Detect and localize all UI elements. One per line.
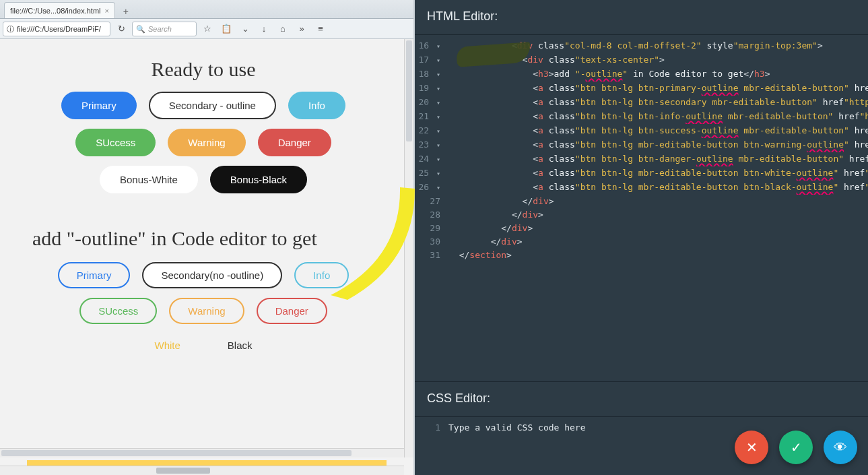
line-number: 28	[415, 208, 446, 222]
code-line[interactable]: 31 </section>	[415, 249, 868, 262]
info-outline-button[interactable]: Info	[294, 262, 349, 288]
horizontal-scrollbar-inner[interactable]	[0, 448, 404, 457]
html-code-editor[interactable]: 16 ▾ <div class"col-md-8 col-md-offset-2…	[415, 35, 868, 381]
code-line[interactable]: 28 </div>	[415, 208, 868, 222]
line-number: 20 ▾	[415, 96, 446, 110]
line-number: 16 ▾	[415, 39, 446, 53]
home-icon[interactable]: ⌂	[275, 21, 291, 37]
browser-tab[interactable]: file:///C:/Use...08/index.html ×	[4, 2, 115, 18]
code-line[interactable]: 29 </div>	[415, 222, 868, 235]
code-text: </div>	[446, 208, 868, 222]
url-text: file:///C:/Users/DreamPiF/	[17, 22, 101, 36]
heading-outline: add "-outline" in Code editor to get	[20, 227, 387, 250]
code-text: <a class"btn btn-lg btn-primary-outline …	[446, 82, 868, 96]
code-text: <a class"btn btn-lg btn-info-outline mbr…	[446, 110, 868, 124]
clipboard-icon[interactable]: 📋	[218, 21, 234, 37]
code-line[interactable]: 17 ▾ <div class"text-xs-center">	[415, 53, 868, 67]
accept-button[interactable]: ✓	[779, 431, 813, 464]
code-line[interactable]: 19 ▾ <a class"btn btn-lg btn-primary-out…	[415, 82, 868, 96]
page-preview: Ready to use Primary Secondary - outline…	[0, 39, 413, 475]
secondary-button[interactable]: Secondary - outline	[149, 92, 276, 119]
url-bar[interactable]: ⓘ file:///C:/Users/DreamPiF/	[3, 22, 110, 36]
code-line[interactable]: 30 </div>	[415, 235, 868, 249]
info-button[interactable]: Info	[288, 92, 345, 119]
primary-outline-button[interactable]: Primary	[58, 262, 131, 288]
line-number: 30	[415, 235, 446, 249]
success-button[interactable]: SUccess	[75, 129, 156, 156]
line-number: 31	[415, 249, 446, 262]
tab-strip: file:///C:/Use...08/index.html × +	[0, 0, 413, 19]
code-line[interactable]: 18 ▾ <h3>add "-outline" in Code editor t…	[415, 67, 868, 82]
code-line[interactable]: 20 ▾ <a class"btn btn-lg btn-secondary m…	[415, 96, 868, 110]
preview-button[interactable]: 👁	[824, 431, 857, 464]
line-number: 25 ▾	[415, 166, 446, 181]
danger-outline-button[interactable]: Danger	[257, 298, 327, 324]
code-text: </div>	[446, 222, 868, 235]
decorative-stripe	[27, 460, 387, 466]
editor-actions: ✕ ✓ 👁	[735, 431, 857, 464]
success-outline-button[interactable]: SUccess	[79, 298, 157, 324]
bonus-black-button[interactable]: Bonus-Black	[210, 166, 307, 193]
search-icon: 🔍	[136, 22, 145, 36]
browser-window: file:///C:/Use...08/index.html × + ⓘ fil…	[0, 0, 415, 475]
more-icon[interactable]: »	[294, 21, 310, 37]
css-line-number: 1	[415, 421, 446, 435]
pocket-icon[interactable]: ⌄	[237, 21, 253, 37]
black-outline-button[interactable]: Black	[210, 334, 270, 357]
heading-ready: Ready to use	[20, 58, 387, 81]
code-text: <h3>add "-outline" in Code editor to get…	[446, 67, 868, 82]
editor-panel: HTML Editor: 16 ▾ <div class"col-md-8 co…	[415, 0, 868, 475]
danger-button[interactable]: Danger	[258, 129, 331, 156]
code-line[interactable]: 26 ▾ <a class"btn btn-lg mbr-editable-bu…	[415, 181, 868, 195]
search-placeholder: Search	[148, 22, 172, 36]
button-row-2: SUccess Warning Danger	[20, 129, 387, 156]
browser-toolbar: ⓘ file:///C:/Users/DreamPiF/ ↻ 🔍 Search …	[0, 19, 413, 39]
search-input[interactable]: 🔍 Search	[132, 22, 197, 36]
line-number: 21 ▾	[415, 110, 446, 124]
close-icon[interactable]: ×	[105, 7, 109, 15]
code-line[interactable]: 23 ▾ <a class"btn btn-lg mbr-editable-bu…	[415, 138, 868, 152]
download-icon[interactable]: ↓	[256, 21, 272, 37]
code-line[interactable]: 24 ▾ <a class"btn btn-lg btn-danger-outl…	[415, 152, 868, 166]
cancel-button[interactable]: ✕	[735, 431, 768, 464]
menu-icon[interactable]: ≡	[312, 21, 329, 37]
outline-row-1: Primary Secondary(no -outline) Info	[20, 262, 387, 288]
outline-row-2: SUccess Warning Danger	[20, 298, 387, 324]
new-tab-button[interactable]: +	[119, 5, 133, 18]
bonus-white-button[interactable]: Bonus-White	[100, 166, 198, 193]
line-number: 23 ▾	[415, 138, 446, 152]
info-icon[interactable]: ⓘ	[7, 22, 14, 36]
warning-outline-button[interactable]: Warning	[169, 298, 244, 324]
code-line[interactable]: 21 ▾ <a class"btn btn-lg btn-info-outlin…	[415, 110, 868, 124]
html-editor-title: HTML Editor:	[415, 0, 868, 35]
code-text: </div>	[446, 235, 868, 249]
white-outline-button[interactable]: White	[137, 334, 197, 357]
code-text: <a class"btn btn-lg mbr-editable-button …	[446, 181, 868, 195]
star-icon[interactable]: ☆	[199, 21, 215, 37]
outline-row-3: White Black	[20, 334, 387, 357]
warning-button[interactable]: Warning	[168, 129, 245, 156]
line-number: 19 ▾	[415, 82, 446, 96]
code-line[interactable]: 25 ▾ <a class"btn btn-lg mbr-editable-bu…	[415, 166, 868, 181]
button-row-1: Primary Secondary - outline Info	[20, 92, 387, 119]
code-text: <a class"btn btn-lg btn-secondary mbr-ed…	[446, 96, 868, 110]
tab-title: file:///C:/Use...08/index.html	[10, 7, 101, 15]
reload-icon[interactable]: ↻	[113, 21, 129, 37]
code-line[interactable]: 16 ▾ <div class"col-md-8 col-md-offset-2…	[415, 39, 868, 53]
code-text: </div>	[446, 195, 868, 208]
code-text: <a class"btn btn-lg btn-danger-outline m…	[446, 152, 868, 166]
code-text: <div class"col-md-8 col-md-offset-2" sty…	[446, 39, 868, 53]
vertical-scrollbar[interactable]	[404, 39, 413, 457]
code-text: <a class"btn btn-lg mbr-editable-button …	[446, 166, 868, 181]
line-number: 29	[415, 222, 446, 235]
code-text: <div class"text-xs-center">	[446, 53, 868, 67]
code-text: <a class"btn btn-lg btn-success-outline …	[446, 124, 868, 138]
primary-button[interactable]: Primary	[61, 92, 137, 119]
line-number: 24 ▾	[415, 152, 446, 166]
code-line[interactable]: 27 </div>	[415, 195, 868, 208]
line-number: 18 ▾	[415, 67, 446, 82]
horizontal-scrollbar-outer[interactable]	[0, 466, 404, 475]
css-editor-title: CSS Editor:	[415, 382, 868, 417]
secondary-outline-button[interactable]: Secondary(no -outline)	[142, 262, 282, 288]
code-line[interactable]: 22 ▾ <a class"btn btn-lg btn-success-out…	[415, 124, 868, 138]
